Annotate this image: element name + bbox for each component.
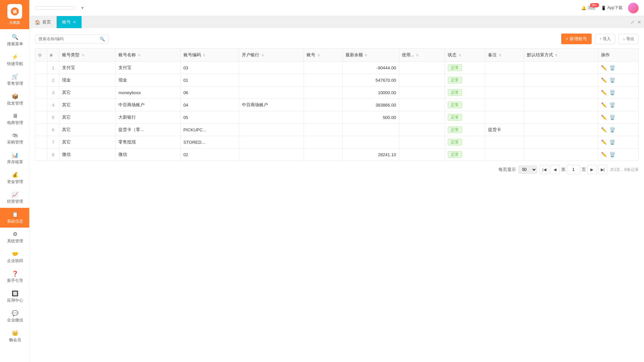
edit-icon[interactable]: ✏️ xyxy=(601,65,607,70)
sidebar-item-enterprise-wechat[interactable]: 💬 企业微信 xyxy=(0,307,29,326)
row-select[interactable] xyxy=(35,62,47,74)
table-row: 4 其它 中百商场账户 04 中百商场账户 383866.00 正常 ✏️ 🗑️ xyxy=(35,99,639,111)
retail-icon: 🛒 xyxy=(12,73,18,80)
row-select[interactable] xyxy=(35,74,47,86)
delete-icon[interactable]: 🗑️ xyxy=(609,115,615,120)
per-page-select[interactable]: 50 100 200 xyxy=(519,166,537,174)
tab-bar-close-icon[interactable]: ✕ xyxy=(637,19,641,25)
prev-page-button[interactable]: ◀ xyxy=(550,165,560,174)
col-code[interactable]: 账号编码 ⇅ xyxy=(180,49,239,62)
sidebar-item-basic-info[interactable]: 📋 基础信息 xyxy=(0,208,29,228)
row-status: 正常 xyxy=(445,124,485,136)
sidebar-item-finance-mgmt[interactable]: 💰 资金管理 xyxy=(0,168,29,188)
row-name: 支付宝 xyxy=(116,62,180,74)
per-page-label: 每页显示 xyxy=(498,167,516,173)
sidebar-item-app-center[interactable]: 🔲 应用中心 xyxy=(0,287,29,307)
col-remark[interactable]: 备注 ⇅ xyxy=(485,49,524,62)
row-name: 现金 xyxy=(116,74,180,86)
tab-close-icon[interactable]: ✕ xyxy=(73,20,76,24)
delete-icon[interactable]: 🗑️ xyxy=(609,152,615,157)
search-icon[interactable]: 🔍 xyxy=(100,37,105,42)
enterprise-icon: 🤝 xyxy=(12,251,18,257)
col-usage[interactable]: 使用... ⇅ xyxy=(399,49,445,62)
col-account[interactable]: 账号 ⇅ xyxy=(304,49,342,62)
col-default-settle[interactable]: 默认结算方式 ⇅ xyxy=(524,49,598,62)
edit-icon[interactable]: ✏️ xyxy=(601,127,607,132)
tab-expand-icon[interactable]: ⤢ xyxy=(631,19,635,25)
row-num: 2 xyxy=(47,74,59,86)
gear-icon[interactable]: ⚙ xyxy=(38,53,42,58)
delete-icon[interactable]: 🗑️ xyxy=(609,90,615,95)
sidebar-item-new-user-guide[interactable]: ❓ 新手引导 xyxy=(0,267,29,287)
page-input[interactable] xyxy=(567,165,580,174)
dropdown-arrow-icon[interactable]: ▼ xyxy=(80,6,85,10)
app-download-button[interactable]: 📱 App下载 xyxy=(601,5,623,11)
row-type: 其它 xyxy=(59,86,116,99)
sidebar-item-quick-nav[interactable]: ⚡ 快捷导航 xyxy=(0,50,29,70)
row-select[interactable] xyxy=(35,86,47,99)
system-icon: ⚙ xyxy=(13,231,17,237)
notification-icon: 🔔 xyxy=(581,6,586,10)
delete-icon[interactable]: 🗑️ xyxy=(609,127,615,132)
row-select[interactable] xyxy=(35,111,47,124)
import-button[interactable]: ↑ 导入 xyxy=(595,34,615,44)
row-balance: 28241.10 xyxy=(342,148,399,161)
row-status: 正常 xyxy=(445,111,485,124)
col-type[interactable]: 账号类型 ⇅ xyxy=(59,49,116,62)
export-button[interactable]: ↓ 导出 xyxy=(619,34,639,44)
row-num: 5 xyxy=(47,111,59,124)
row-code: 04 xyxy=(180,99,239,111)
accounts-table: ⚙ # 账号类型 ⇅ 账号名称 ⇅ 账号编码 ⇅ 开户银行 ⇅ 账号 ⇅ 最新余… xyxy=(35,48,639,161)
mobile-icon: 📱 xyxy=(601,6,606,10)
search-menu-icon: 🔍 xyxy=(12,34,18,40)
sidebar-item-system-mgmt[interactable]: ⚙ 系统管理 xyxy=(0,228,29,247)
delete-icon[interactable]: 🗑️ xyxy=(609,102,615,108)
row-select[interactable] xyxy=(35,148,47,161)
row-status: 正常 xyxy=(445,74,485,86)
user-avatar[interactable] xyxy=(628,3,639,13)
tab-account[interactable]: 账号 ✕ xyxy=(57,16,82,28)
row-default-settle xyxy=(524,86,598,99)
sidebar-item-membership[interactable]: 👑 畅会员 xyxy=(0,326,29,346)
tab-home[interactable]: 🏠 首页 xyxy=(30,16,57,28)
edit-icon[interactable]: ✏️ xyxy=(601,115,607,120)
row-actions: ✏️ 🗑️ xyxy=(598,62,638,74)
sidebar-item-wholesale-mgmt[interactable]: 📦 批发管理 xyxy=(0,90,29,110)
sidebar-item-ecommerce-mgmt[interactable]: 🖥 电商管理 xyxy=(0,110,29,129)
edit-icon[interactable]: ✏️ xyxy=(601,102,607,108)
last-page-button[interactable]: ▶| xyxy=(598,165,607,174)
col-balance[interactable]: 最新余额 ⇅ xyxy=(342,49,399,62)
row-select[interactable] xyxy=(35,136,47,148)
row-account xyxy=(304,99,342,111)
row-select[interactable] xyxy=(35,124,47,136)
notification-button[interactable]: 🔔 消息 99+ xyxy=(581,5,596,11)
edit-icon[interactable]: ✏️ xyxy=(601,152,607,157)
search-input[interactable] xyxy=(39,37,98,41)
edit-icon[interactable]: ✏️ xyxy=(601,77,607,83)
sidebar-item-inventory-calc[interactable]: 📊 库存核算 xyxy=(0,148,29,168)
status-badge: 正常 xyxy=(448,126,462,133)
row-usage xyxy=(399,136,445,148)
sidebar-item-purchase-mgmt[interactable]: 🛍 采购管理 xyxy=(0,129,29,148)
col-bank[interactable]: 开户银行 ⇅ xyxy=(239,49,304,62)
col-status[interactable]: 状态 ⇅ xyxy=(445,49,485,62)
row-bank xyxy=(239,86,304,99)
next-page-button[interactable]: ▶ xyxy=(587,165,597,174)
sidebar-item-enterprise-agreement[interactable]: 🤝 企业协同 xyxy=(0,247,29,267)
edit-icon[interactable]: ✏️ xyxy=(601,139,607,145)
add-account-button[interactable]: + 新增账号 xyxy=(561,34,592,44)
col-name[interactable]: 账号名称 ⇅ xyxy=(116,49,180,62)
first-page-button[interactable]: |◀ xyxy=(540,165,549,174)
sidebar-item-search-menu[interactable]: 🔍 搜索菜单 xyxy=(0,31,29,50)
row-select[interactable] xyxy=(35,99,47,111)
col-settings[interactable]: ⚙ xyxy=(35,49,47,62)
delete-icon[interactable]: 🗑️ xyxy=(609,139,615,145)
delete-icon[interactable]: 🗑️ xyxy=(609,77,615,83)
sidebar-item-retail-mgmt[interactable]: 🛒 零售管理 xyxy=(0,70,29,90)
delete-icon[interactable]: 🗑️ xyxy=(609,65,615,70)
edit-icon[interactable]: ✏️ xyxy=(601,90,607,95)
row-type: 微信 xyxy=(59,148,116,161)
header-left: ▼ xyxy=(35,6,85,10)
sidebar-item-operations-mgmt[interactable]: 📈 经营管理 xyxy=(0,188,29,208)
table-row: 2 现金 现金 01 547670.00 正常 ✏️ 🗑️ xyxy=(35,74,639,86)
